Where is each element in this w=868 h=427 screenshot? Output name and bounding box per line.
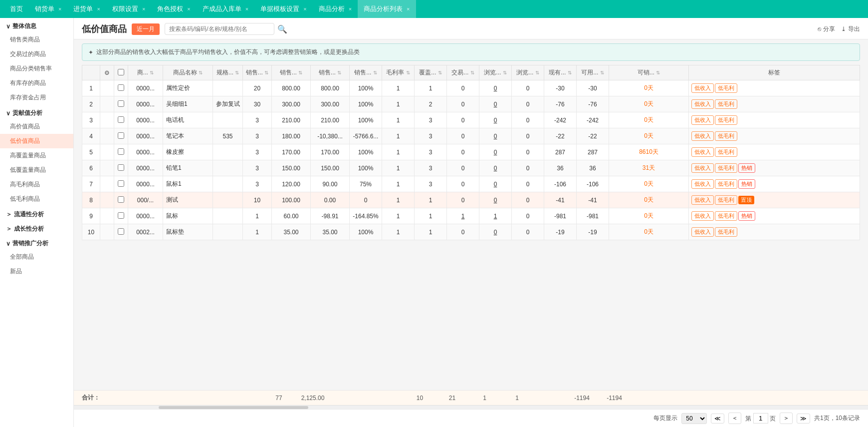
row-name[interactable]: 电话机 [163, 112, 213, 128]
col-header-sales3[interactable]: 销售... ⇅ [350, 65, 382, 80]
row-checkbox[interactable] [118, 132, 124, 139]
row-browse1[interactable]: 0 [479, 96, 512, 112]
browse-link[interactable]: 0 [494, 197, 497, 204]
row-check-cell[interactable] [114, 224, 128, 240]
prev-page-button[interactable]: ＜ [728, 413, 741, 424]
last-page-button[interactable]: ≫ [797, 414, 810, 424]
nav-home[interactable]: 首页 [4, 0, 29, 18]
col-header-browse2[interactable]: 浏览... ⇅ [512, 65, 544, 80]
share-button[interactable]: ⎋ 分享 [818, 25, 835, 33]
export-button[interactable]: ⤓ 导出 [841, 25, 860, 33]
sidebar-item-new-goods[interactable]: 新品 [0, 264, 73, 279]
col-header-stock1[interactable]: 现有... ⇅ [544, 65, 577, 80]
row-trade[interactable]: 0 [447, 160, 479, 176]
row-check-cell[interactable] [114, 128, 128, 144]
sidebar-item-sales-goods[interactable]: 销售类商品 [0, 32, 73, 47]
browse-link[interactable]: 0 [494, 229, 497, 236]
row-check-cell[interactable] [114, 96, 128, 112]
row-check-cell[interactable] [114, 192, 128, 208]
row-trade[interactable]: 0 [447, 224, 479, 240]
col-header-sales-qty[interactable]: 销售... ⇅ [243, 65, 272, 80]
page-input[interactable] [753, 413, 768, 424]
next-page-button[interactable]: ＞ [780, 413, 793, 424]
nav-permissions[interactable]: 权限设置× [106, 0, 151, 18]
sidebar-item-traded-goods[interactable]: 交易过的商品 [0, 47, 73, 61]
row-trade[interactable]: 0 [447, 96, 479, 112]
row-browse1[interactable]: 0 [479, 176, 512, 192]
col-header-trade[interactable]: 交易... ⇅ [447, 65, 479, 80]
col-header-gross[interactable]: 毛利率 ⇅ [382, 65, 415, 80]
filter-recent-month-button[interactable]: 近一月 [132, 23, 160, 35]
row-checkbox[interactable] [118, 148, 124, 155]
nav-sales-order[interactable]: 销货单× [29, 0, 67, 18]
search-icon[interactable]: 🔍 [277, 24, 287, 34]
sidebar-item-high-margin[interactable]: 高毛利商品 [0, 177, 73, 192]
row-browse1[interactable]: 0 [479, 224, 512, 240]
browse-link[interactable]: 1 [494, 213, 497, 220]
col-header-name[interactable]: 商品名称 ⇅ [163, 65, 213, 80]
row-trade[interactable]: 0 [447, 176, 479, 192]
col-header-browse1[interactable]: 浏览... ⇅ [479, 65, 512, 80]
nav-purchase-order[interactable]: 进货单× [67, 0, 106, 18]
col-header-tag[interactable]: 标签 [689, 65, 860, 80]
row-name[interactable]: 测试 [163, 192, 213, 208]
col-header-sell[interactable]: 可销... ⇅ [609, 65, 689, 80]
row-check-cell[interactable] [114, 112, 128, 128]
row-checkbox[interactable] [118, 164, 124, 171]
row-browse1[interactable]: 0 [479, 160, 512, 176]
row-checkbox[interactable] [118, 196, 124, 203]
browse-link[interactable]: 0 [494, 165, 497, 172]
sidebar-group-contribution[interactable]: ∨ 贡献值分析 [0, 105, 73, 119]
row-browse1[interactable]: 0 [479, 128, 512, 144]
row-trade[interactable]: 0 [447, 144, 479, 160]
page-size-select[interactable]: 50 20 100 [681, 413, 707, 424]
row-name[interactable]: 鼠标1 [163, 176, 213, 192]
col-header-sales2[interactable]: 销售... ⇅ [311, 65, 350, 80]
row-checkbox[interactable] [118, 228, 124, 235]
row-browse1[interactable]: 1 [479, 208, 512, 224]
row-name[interactable]: 鼠标 [163, 208, 213, 224]
browse-link[interactable]: 0 [494, 101, 497, 108]
row-checkbox[interactable] [118, 212, 124, 219]
sidebar-item-low-coverage[interactable]: 低覆盖量商品 [0, 163, 73, 177]
sidebar-item-category-sales-rate[interactable]: 商品分类销售率 [0, 61, 73, 76]
browse-link[interactable]: 0 [494, 181, 497, 188]
sidebar-item-low-value[interactable]: 低价值商品 [0, 134, 73, 148]
col-header-spec[interactable]: 规格... ⇅ [213, 65, 243, 80]
sidebar-item-high-coverage[interactable]: 高覆盖量商品 [0, 148, 73, 163]
sidebar-item-inventory-funds[interactable]: 库存资金占用 [0, 90, 73, 105]
sidebar-group-overall[interactable]: ∨ 整体信息 [0, 18, 73, 32]
nav-product-analysis-list[interactable]: 商品分析列表× [358, 0, 416, 18]
row-browse1[interactable]: 0 [479, 112, 512, 128]
nav-finished-goods[interactable]: 产成品入库单× [197, 0, 254, 18]
row-check-cell[interactable] [114, 80, 128, 96]
row-name[interactable]: 吴细细1 [163, 96, 213, 112]
col-header-sales1[interactable]: 销售... ⇅ [272, 65, 311, 80]
col-header-avail[interactable]: 可用... ⇅ [577, 65, 609, 80]
browse-link[interactable]: 0 [494, 117, 497, 124]
search-input[interactable] [165, 23, 274, 35]
row-trade[interactable]: 0 [447, 192, 479, 208]
row-browse1[interactable]: 0 [479, 80, 512, 96]
row-trade[interactable]: 1 [447, 208, 479, 224]
sidebar-item-in-stock-goods[interactable]: 有库存的商品 [0, 76, 73, 90]
row-name[interactable]: 橡皮擦 [163, 144, 213, 160]
row-trade[interactable]: 0 [447, 112, 479, 128]
row-checkbox[interactable] [118, 100, 124, 107]
row-trade[interactable]: 0 [447, 80, 479, 96]
first-page-button[interactable]: ≪ [711, 414, 724, 424]
nav-role-auth[interactable]: 角色授权× [151, 0, 196, 18]
col-header-cover[interactable]: 覆盖... ⇅ [415, 65, 447, 80]
sidebar-item-low-margin[interactable]: 低毛利商品 [0, 192, 73, 206]
row-trade[interactable]: 0 [447, 128, 479, 144]
sidebar-group-marketing[interactable]: ∨ 营销推广分析 [0, 235, 73, 250]
browse-link[interactable]: 0 [494, 85, 497, 92]
sidebar-item-all-goods[interactable]: 全部商品 [0, 250, 73, 264]
row-browse1[interactable]: 0 [479, 144, 512, 160]
row-name[interactable]: 鼠标垫 [163, 224, 213, 240]
row-name[interactable]: 笔记本 [163, 128, 213, 144]
col-header-check[interactable] [114, 65, 128, 80]
browse-link[interactable]: 0 [494, 133, 497, 140]
col-header-gear[interactable]: ⚙ [100, 65, 114, 80]
sidebar-item-high-value[interactable]: 高价值商品 [0, 119, 73, 134]
